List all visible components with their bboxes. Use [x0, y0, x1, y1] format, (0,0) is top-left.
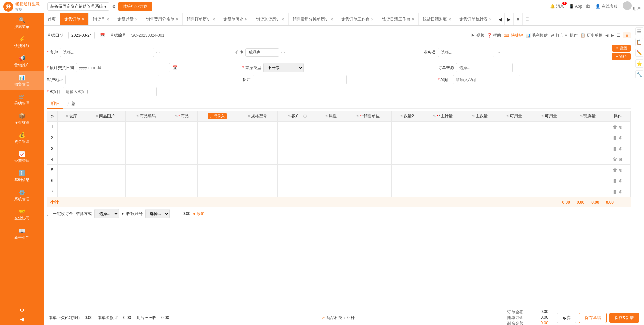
sidebar-item-marketing[interactable]: 📢 营销推广	[0, 52, 44, 71]
tab-sales-fee-history[interactable]: 销售费用分摊单历史 ✕	[289, 13, 337, 26]
tab-close-icon[interactable]: ✕	[281, 17, 284, 21]
help-link[interactable]: ❓ 帮助	[487, 33, 501, 38]
tab-sales-stats[interactable]: 销售订单统计表 ✕	[455, 13, 496, 26]
view-icon[interactable]: ▶ 视频	[471, 33, 484, 38]
save-draft-button[interactable]: 保存草稿	[579, 313, 607, 323]
tab-cash-reconcile[interactable]: 钱货日清对账 ✕	[419, 13, 455, 26]
copy-icon[interactable]: ⊕	[619, 146, 623, 151]
copy-icon[interactable]: ⊕	[619, 135, 623, 140]
tab-sales-return[interactable]: 销货退货 ✕	[113, 13, 142, 26]
delete-icon[interactable]: 🗑	[613, 157, 617, 162]
add-payment-link[interactable]: ● 添加	[193, 211, 205, 217]
tab-prev-btn[interactable]: ◀	[496, 13, 505, 26]
history-link[interactable]: 📋 历史单据	[580, 33, 603, 38]
sidebar-item-guide[interactable]: 📖 新手引导	[0, 224, 44, 243]
row-main-qty[interactable]	[463, 122, 497, 132]
sidebar-item-quicknav[interactable]: ⚡ 快捷导航	[0, 33, 44, 52]
settings-button[interactable]: ⚙ 设置	[612, 45, 631, 52]
sidebar-item-enterprise[interactable]: 🤝 企业协同	[0, 205, 44, 224]
order-source-input[interactable]	[456, 63, 513, 72]
row-customer-code[interactable]	[277, 122, 317, 132]
row-warehouse[interactable]	[58, 122, 85, 132]
date-value[interactable]: 2023-03-24	[68, 32, 95, 39]
tab-close-icon[interactable]: ✕	[135, 17, 138, 21]
row-qty2[interactable]	[391, 122, 423, 132]
tab-sales-order-history[interactable]: 销售订单历史 ✕	[183, 13, 219, 26]
tab-close-icon[interactable]: ✕	[106, 17, 109, 21]
discard-button[interactable]: 放弃	[557, 313, 576, 323]
print-link[interactable]: 🖨 打印 ▾	[551, 33, 567, 38]
row-spec[interactable]	[237, 122, 278, 132]
copy-icon[interactable]: ⊕	[619, 178, 623, 184]
right-icon-4[interactable]: ⭐	[635, 59, 643, 68]
tab-close-icon[interactable]: ✕	[245, 17, 248, 21]
ticket-select[interactable]: 不开票	[263, 63, 304, 72]
account-more-icon[interactable]: ···	[173, 211, 177, 216]
delete-icon[interactable]: 🗑	[613, 135, 617, 140]
row-scan[interactable]	[197, 122, 237, 132]
row-product[interactable]	[166, 122, 197, 132]
tab-sales-order[interactable]: 销售订单 ✕	[60, 13, 89, 26]
row-attr[interactable]	[317, 122, 345, 132]
sidebar-item-purchase[interactable]: 🛒 采购管理	[0, 90, 44, 109]
payment-checkbox[interactable]	[47, 212, 51, 216]
operate-link[interactable]: 操作	[570, 33, 578, 38]
row-code[interactable]	[125, 122, 166, 132]
user-area[interactable]: 用户	[623, 1, 641, 12]
right-icon-3[interactable]: ✏️	[635, 49, 643, 57]
profit-link[interactable]: 📊 毛利预估	[526, 33, 548, 38]
sidebar-item-system[interactable]: ⚙️ 系统管理	[0, 186, 44, 205]
online-service-link[interactable]: 👤 在线客服	[595, 4, 617, 9]
address-more-icon[interactable]: ···	[161, 77, 165, 82]
tab-close-icon[interactable]: ✕	[330, 17, 333, 21]
sidebar-bottom-settings-icon[interactable]: ⚙	[20, 307, 24, 313]
delete-icon[interactable]: 🗑	[613, 124, 617, 130]
sidebar-collapse-icon[interactable]: ◀	[20, 316, 24, 322]
nav-prev-btn[interactable]: ◀	[605, 33, 608, 38]
tab-next-btn[interactable]: ▶	[505, 13, 514, 26]
tab-close-icon[interactable]: ✕	[371, 17, 374, 21]
tab-close-icon[interactable]: ✕	[448, 17, 451, 21]
sidebar-item-inventory[interactable]: 📦 库存核算	[0, 109, 44, 128]
delete-icon[interactable]: 🗑	[613, 189, 617, 194]
table-scroll-area[interactable]: ⚙ ⇅ 仓库	[47, 111, 631, 197]
settings-icon[interactable]: ⚙	[112, 4, 116, 9]
copy-icon[interactable]: ⊕	[619, 124, 623, 130]
tab-detail[interactable]: 明细	[47, 99, 63, 109]
tab-close-icon[interactable]: ✕	[489, 17, 492, 21]
tab-close-icon[interactable]: ✕	[412, 17, 414, 21]
right-icon-5[interactable]: 🔧	[635, 70, 643, 78]
sidebar-item-search[interactable]: 🔍 搜索菜单	[0, 13, 44, 33]
staff-more-icon[interactable]: ···	[496, 50, 500, 55]
warehouse-more-icon[interactable]: ···	[281, 50, 285, 55]
right-icon-1[interactable]: ☰	[635, 27, 643, 35]
app-download-link[interactable]: 📱 App下载	[569, 4, 590, 9]
delete-icon[interactable]: 🗑	[613, 146, 617, 151]
tab-close-icon[interactable]: ✕	[176, 17, 178, 21]
expand-btn[interactable]: ⊞	[623, 32, 631, 38]
row-available[interactable]	[497, 122, 531, 132]
item-button[interactable]: + 物料	[612, 53, 631, 60]
scan-button[interactable]: 扫码录入	[208, 113, 227, 119]
tab-cash-workbench[interactable]: 钱货日清工作台 ✕	[378, 13, 419, 26]
copy-icon[interactable]: ⊕	[619, 157, 623, 162]
row-stock[interactable]	[571, 122, 605, 132]
right-icon-2[interactable]: 📋	[635, 38, 643, 46]
delete-icon[interactable]: 🗑	[613, 167, 617, 173]
tab-close-icon[interactable]: ✕	[82, 17, 84, 21]
payment-checkbox-label[interactable]: 一键收订金	[47, 211, 73, 217]
tab-sales-workbench[interactable]: 销售订单工作台 ✕	[337, 13, 378, 26]
customer-input[interactable]	[60, 48, 154, 57]
row-sales-unit[interactable]	[345, 122, 391, 132]
method-select[interactable]: 选择...	[94, 209, 119, 218]
remark-input[interactable]	[253, 75, 347, 84]
staff-input[interactable]	[438, 48, 494, 57]
tab-sales-goods[interactable]: 销货单 ✕	[89, 13, 113, 26]
solution-button[interactable]: 体验行业方案	[118, 2, 152, 11]
row-available2[interactable]	[531, 122, 571, 132]
warehouse-value[interactable]: 成品库	[245, 48, 279, 57]
calendar2-icon[interactable]: 📅	[172, 65, 177, 70]
shortcut-link[interactable]: ⌨ 快捷键	[504, 33, 523, 38]
tab-menu-btn[interactable]: ☰	[523, 13, 532, 26]
tab-sales-goods-history[interactable]: 销货单历史 ✕	[219, 13, 252, 26]
